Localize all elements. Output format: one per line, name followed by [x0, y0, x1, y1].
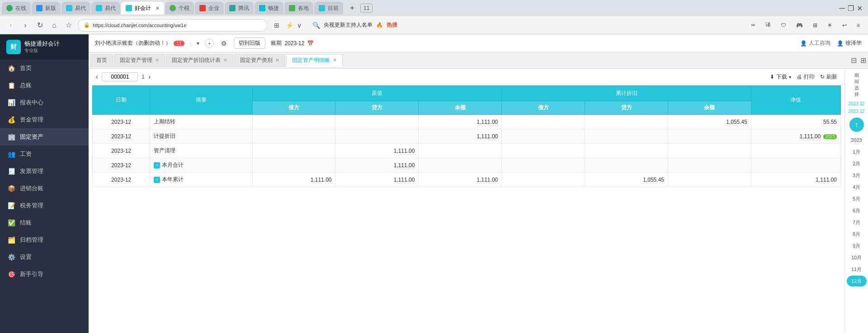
next-account-btn[interactable]: ›: [148, 73, 151, 81]
browser-tab-muqian[interactable]: 目前: [314, 2, 343, 14]
minimize-btn[interactable]: ─: [839, 4, 845, 13]
browser-tab-tencent[interactable]: 腾讯: [225, 2, 254, 14]
settings-small-btn[interactable]: ⚙: [219, 39, 228, 48]
address-input[interactable]: 🔒 https://cloud.chanjet.com/accounting/u…: [78, 19, 268, 32]
tab-close-ledger[interactable]: ✕: [333, 57, 337, 63]
service-btn[interactable]: 👤 人工咨询: [800, 39, 830, 47]
period-item-2[interactable]: 2月: [847, 158, 867, 169]
new-tab-btn[interactable]: +: [346, 2, 359, 14]
sidebar-item-payroll[interactable]: 👥 工资: [0, 145, 89, 163]
page-num: 1: [142, 74, 145, 80]
period-item-10[interactable]: 10月: [847, 252, 867, 263]
game-btn[interactable]: 🎮: [793, 21, 806, 29]
period-item-8[interactable]: 8月: [847, 229, 867, 239]
tab-close-depreciation[interactable]: ✕: [223, 57, 227, 63]
expand-icon[interactable]: ⊞: [860, 56, 866, 65]
scroll-up-btn[interactable]: ↑: [849, 117, 864, 132]
bookmark-btn[interactable]: ☆: [63, 20, 74, 31]
print-btn[interactable]: 🖨 打印: [797, 73, 815, 81]
browser-tab-yidai2[interactable]: 易代: [91, 2, 120, 14]
sidebar-item-label-archive: 归档管理: [20, 236, 43, 244]
sidebar-item-ledger[interactable]: 📋 总账: [0, 77, 89, 94]
sidebar-item-guide[interactable]: 🎯 新手引导: [0, 266, 89, 283]
restore-btn[interactable]: ❐: [848, 4, 854, 13]
refresh-browser-btn[interactable]: ↻: [34, 20, 45, 31]
period-item-7[interactable]: 7月: [847, 217, 867, 228]
sidebar-item-close[interactable]: ✅ 结账: [0, 214, 89, 231]
content-area: ‹ 1 › ⬇ 下载 ▾ 🖨 打印: [89, 69, 868, 333]
lightning-btn[interactable]: ⚡: [286, 22, 293, 29]
sidebar-item-fixed-assets[interactable]: 🏢 固定资产: [0, 128, 89, 145]
period-item-9[interactable]: 9月: [847, 240, 867, 251]
sun-btn[interactable]: ☀: [825, 21, 835, 29]
browser-tab-gedi[interactable]: 各地: [284, 2, 313, 14]
period-item-3[interactable]: 3月: [847, 170, 867, 181]
scissors-btn[interactable]: ✂: [748, 21, 758, 29]
sidebar-item-funds[interactable]: 💰 资金管理: [0, 111, 89, 128]
row-icon: +: [154, 162, 160, 169]
home-btn[interactable]: ⌂: [49, 20, 60, 31]
tab-close-fa-mgmt[interactable]: ✕: [155, 57, 159, 63]
plus-btn[interactable]: +: [205, 39, 214, 48]
col-original-group: 原值: [252, 86, 502, 101]
sidebar-item-settings[interactable]: ⚙️ 设置: [0, 249, 89, 266]
browser-tab-haokuaiji[interactable]: 好会计 ✕: [121, 2, 164, 14]
sidebar-item-reports[interactable]: 📊 报表中心: [0, 94, 89, 111]
sidebar-item-label-reports: 报表中心: [20, 98, 43, 107]
browser-tab-close[interactable]: ✕: [156, 5, 160, 11]
table-row: 2023-12 资产清理 1,111.00: [93, 144, 841, 158]
sidebar-item-invoices[interactable]: 🧾 发票管理: [0, 163, 89, 180]
calendar-icon[interactable]: 📅: [307, 40, 314, 47]
translate-btn[interactable]: 译: [763, 20, 774, 30]
maximize-area: ⊟ ⊞: [851, 56, 866, 65]
period-item-5[interactable]: 5月: [847, 193, 867, 204]
browser-tab-online[interactable]: 在线: [2, 2, 31, 14]
period-item-6[interactable]: 6月: [847, 205, 867, 216]
sidebar: 财 畅捷通好会计 专业版 🏠 首页 📋 总账 📊 报表中心 💰 资金管理 🏢 固…: [0, 34, 89, 333]
fixed-assets-icon: 🏢: [7, 133, 15, 141]
user-account-btn[interactable]: 👤 徐泽华: [837, 39, 862, 47]
contract-icon[interactable]: ⊟: [851, 56, 857, 65]
browser-tab-qiye[interactable]: 企业: [195, 2, 224, 14]
browser-tab-yidai1[interactable]: 易代: [61, 2, 90, 14]
table-row: 2023-12 +本月合计 1,111.00: [93, 158, 841, 173]
tab-count-badge[interactable]: 11: [360, 4, 373, 13]
grid-btn[interactable]: ⊞: [810, 21, 820, 29]
browser-tab-geshuhi[interactable]: 个税: [165, 2, 194, 14]
period-item-year[interactable]: 2023: [847, 135, 867, 145]
page-tab-strip: 首页 固定资产管理 ✕ 固定资产折旧统计表 ✕ 固定资产类别 ✕ 固定资产明细账…: [89, 52, 868, 69]
tab-close-category[interactable]: ✕: [275, 57, 279, 63]
extensions-btn[interactable]: ⊞: [271, 22, 282, 29]
undo-btn[interactable]: ↩: [840, 21, 849, 29]
switch-version-btn[interactable]: 切到旧版: [234, 38, 265, 49]
period-item-1[interactable]: 1月: [847, 146, 867, 157]
download-btn[interactable]: ⬇ 下载 ▾: [770, 73, 791, 81]
period-item-12[interactable]: 12月: [847, 276, 867, 286]
dropdown-btn[interactable]: ∨: [297, 22, 302, 29]
browser-tab-new[interactable]: 新版: [32, 2, 61, 14]
period-item-4[interactable]: 4月: [847, 182, 867, 192]
forward-btn[interactable]: ›: [20, 20, 31, 31]
page-tab-asset-ledger[interactable]: 固定资产明细账 ✕: [286, 54, 343, 67]
sidebar-item-archive[interactable]: 🗂️ 归档管理: [0, 231, 89, 249]
col-acc-debit: 借方: [502, 101, 585, 115]
sidebar-item-sales[interactable]: 📦 进销台账: [0, 180, 89, 197]
sidebar-item-home[interactable]: 🏠 首页: [0, 60, 89, 77]
account-number-input[interactable]: [102, 72, 138, 81]
page-tab-fixed-assets-mgmt[interactable]: 固定资产管理 ✕: [114, 54, 165, 67]
window-close-btn[interactable]: ✕: [857, 4, 863, 13]
back-btn[interactable]: ‹: [5, 20, 16, 31]
prev-account-btn[interactable]: ‹: [96, 73, 98, 81]
col-accumulated-group: 累计折旧: [502, 86, 751, 101]
page-tab-asset-category[interactable]: 固定资产类别 ✕: [234, 54, 285, 67]
browser-tab-changjie[interactable]: 畅捷: [255, 2, 283, 14]
period-item-11[interactable]: 11月: [847, 264, 867, 275]
page-tab-depreciation-table[interactable]: 固定资产折旧统计表 ✕: [166, 54, 233, 67]
menu-btn[interactable]: ≡: [854, 21, 863, 29]
col-orig-credit: 贷方: [335, 101, 419, 115]
shield-btn[interactable]: 🛡: [778, 21, 789, 29]
user-info: 刘小艳演示账套（勿删勿动！） 11: [95, 39, 184, 47]
sidebar-item-tax[interactable]: 📝 税务管理: [0, 197, 89, 214]
page-tab-home[interactable]: 首页: [90, 54, 113, 67]
refresh-btn[interactable]: ↻ 刷新: [820, 73, 837, 81]
